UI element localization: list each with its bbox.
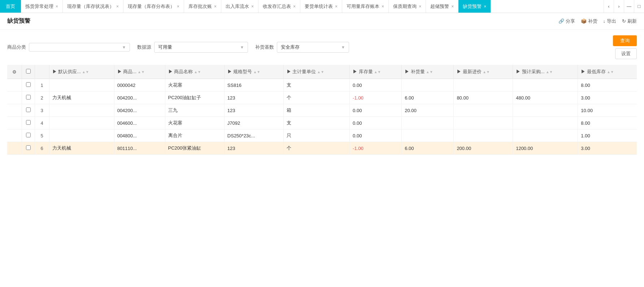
tab-overstock-warning[interactable]: 超储预警×	[426, 0, 458, 13]
export-icon: ↓	[603, 18, 606, 24]
th-unit[interactable]: ▶ 主计量单位▲▼	[283, 65, 349, 79]
row-product-code-1: 004200...	[114, 92, 165, 104]
row-checkbox-2[interactable]	[26, 107, 31, 112]
category-select[interactable]: ▼	[29, 43, 130, 52]
row-supplier-3	[49, 117, 114, 129]
row-check-4[interactable]	[22, 129, 35, 142]
share-action[interactable]: 🔗 分享	[558, 18, 575, 25]
row-replenish-5: 6.00	[402, 142, 454, 155]
row-checkbox-4[interactable]	[26, 133, 31, 137]
tab-batch-account[interactable]: 库存批次账×	[184, 0, 221, 13]
replenish-base-select[interactable]: 安全库存 ▼	[277, 42, 349, 53]
row-replenish-1: 6.00	[402, 92, 454, 104]
tab-close-inventory-dist[interactable]: ×	[177, 4, 179, 9]
th-spec[interactable]: ▶ 规格型号▲▼	[224, 65, 283, 79]
query-button[interactable]: 查询	[613, 35, 637, 46]
th-min-stock[interactable]: ▶ 最低库存▲▼	[578, 65, 637, 79]
row-check-3[interactable]	[22, 117, 35, 129]
unit-sort-icon: ▲▼	[317, 70, 324, 74]
th-replenish[interactable]: ▶ 补货量▲▼	[402, 65, 454, 79]
row-checkbox-3[interactable]	[26, 120, 31, 125]
filter-bar: 商品分类 ▼ 数据源 可用量 ▼ 补货基数 安全库存 ▼ 查询 设置	[0, 30, 644, 65]
row-replenish-4	[402, 129, 454, 142]
tab-close-available-ledger[interactable]: ×	[382, 4, 384, 9]
row-product-code-4: 004800...	[114, 129, 165, 142]
row-min-stock-0: 8.00	[578, 79, 637, 92]
th-product-name[interactable]: ▶ 商品名称▲▼	[165, 65, 224, 79]
tab-close-overstock-warning[interactable]: ×	[451, 4, 454, 9]
tab-inventory-status[interactable]: 现存量（库存状况表）×	[63, 0, 123, 13]
tab-shortage-warning[interactable]: 缺货预警×	[458, 0, 491, 13]
th-gear[interactable]: ⚙	[7, 65, 22, 79]
tab-close-inout-flow[interactable]: ×	[251, 4, 254, 9]
replenish-sort-icon: ▲▼	[426, 70, 433, 74]
row-product-code-2: 004200...	[114, 104, 165, 117]
tab-exception[interactable]: 拣货异常处理×	[21, 0, 63, 13]
datasource-select[interactable]: 可用量 ▼	[154, 42, 248, 53]
tab-inout-flow[interactable]: 出入库流水×	[221, 0, 258, 13]
tab-close-exception[interactable]: ×	[56, 4, 58, 9]
tab-close-receipt-summary[interactable]: ×	[293, 4, 296, 9]
tab-receipt-summary[interactable]: 收发存汇总表×	[258, 0, 300, 13]
tab-close-batch-account[interactable]: ×	[214, 4, 217, 9]
th-product-code[interactable]: ▶ 商品...▲▼	[114, 65, 165, 79]
row-min-stock-3: 8.00	[578, 117, 637, 129]
row-latest-price-5: 200.00	[454, 142, 513, 155]
th-check[interactable]	[22, 65, 35, 79]
tab-label: 保质期查询	[393, 3, 417, 10]
tab-prev-button[interactable]: ‹	[604, 0, 614, 13]
tab-close-order-stats[interactable]: ×	[335, 4, 338, 9]
row-checkbox-5[interactable]	[26, 145, 31, 150]
refresh-label: 刷新	[627, 18, 637, 25]
th-stock[interactable]: ▶ 库存量▲▼	[350, 65, 402, 79]
row-check-2[interactable]	[22, 104, 35, 117]
row-min-stock-4: 1.00	[578, 129, 637, 142]
th-estimated-purchase-label: ▶ 预计采购...	[516, 69, 544, 75]
row-product-code-5: 801110...	[114, 142, 165, 155]
tab-inventory-dist[interactable]: 现存量（库存分布表）×	[123, 0, 184, 13]
row-spec-0: SS816	[224, 79, 283, 92]
row-check-0[interactable]	[22, 79, 35, 92]
row-product-name-1: PC200油缸缸子	[165, 92, 224, 104]
tab-close-inventory-status[interactable]: ×	[116, 4, 119, 9]
tab-home[interactable]: 首页	[0, 0, 21, 13]
export-label: 导出	[607, 18, 616, 25]
row-index-3: 4	[35, 117, 49, 129]
tab-order-stats[interactable]: 要货单统计表×	[300, 0, 342, 13]
datasource-filter-group: 数据源 可用量 ▼	[137, 42, 248, 53]
row-latest-price-3	[454, 117, 513, 129]
tab-minimize-button[interactable]: —	[624, 0, 634, 13]
export-action[interactable]: ↓ 导出	[603, 18, 617, 25]
th-estimated-purchase[interactable]: ▶ 预计采购...▲▼	[513, 65, 578, 79]
select-all-checkbox[interactable]	[26, 69, 31, 74]
row-stock-3: 0.00	[350, 117, 402, 129]
tab-maximize-button[interactable]: □	[634, 0, 644, 13]
tab-next-button[interactable]: ›	[614, 0, 624, 13]
th-latest-price[interactable]: ▶ 最新进价▲▼	[454, 65, 513, 79]
replenish-base-dropdown-icon: ▼	[341, 45, 345, 49]
tab-expiry-query[interactable]: 保质期查询×	[389, 0, 426, 13]
row-checkbox-1[interactable]	[26, 95, 31, 100]
replenish-action[interactable]: 📦 补货	[581, 18, 597, 25]
row-product-name-3: 火花塞	[165, 117, 224, 129]
row-supplier-1: 力天机械	[49, 92, 114, 104]
row-supplier-4	[49, 129, 114, 142]
row-product-name-0: 火花塞	[165, 79, 224, 92]
row-stock-0: 0.00	[350, 79, 402, 92]
settings-button[interactable]: 设置	[615, 48, 637, 59]
refresh-action[interactable]: ↻ 刷新	[622, 18, 637, 25]
tab-close-shortage-warning[interactable]: ×	[484, 4, 486, 9]
row-check-1[interactable]	[22, 92, 35, 104]
row-estimated-purchase-2	[513, 104, 578, 117]
row-check-5[interactable]	[22, 142, 35, 155]
tab-label: 可用量库存账本	[347, 3, 379, 10]
table-row: 6 力天机械 801110... PC200张紧油缸 123 个 -1.00 6…	[7, 142, 637, 155]
tab-label: 超储预警	[430, 3, 449, 10]
tab-available-ledger[interactable]: 可用量库存账本×	[342, 0, 389, 13]
tab-label: 缺货预警	[463, 3, 482, 10]
row-checkbox-0[interactable]	[26, 82, 31, 87]
share-label: 分享	[566, 18, 575, 25]
replenish-label: 补货	[588, 18, 597, 25]
tab-close-expiry-query[interactable]: ×	[419, 4, 421, 9]
th-supplier[interactable]: ▶ 默认供应...▲▼	[49, 65, 114, 79]
